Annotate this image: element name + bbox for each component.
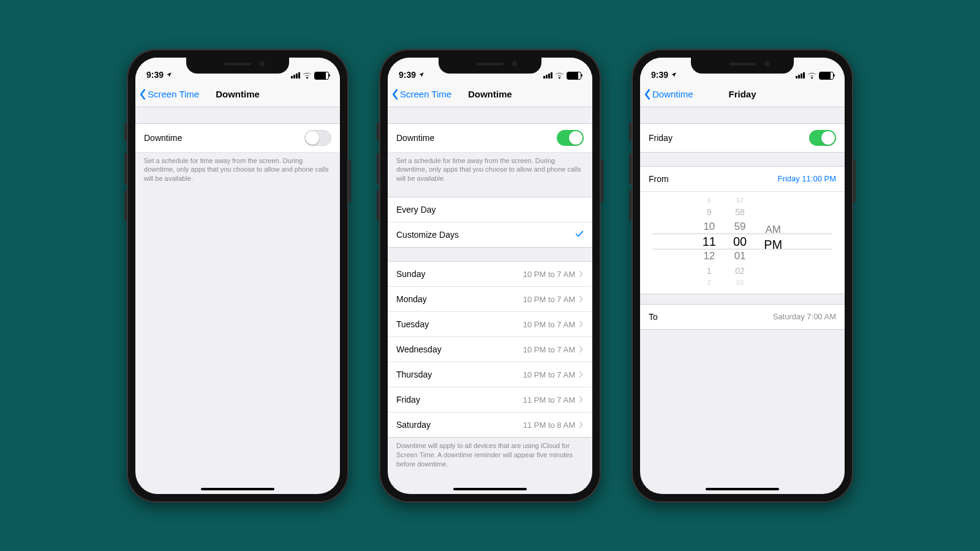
location-icon bbox=[671, 72, 677, 78]
nav-bar: Screen Time Downtime bbox=[135, 82, 340, 107]
checkmark-icon bbox=[575, 230, 584, 240]
back-label: Downtime bbox=[652, 89, 693, 99]
back-label: Screen Time bbox=[400, 89, 451, 99]
chevron-left-icon bbox=[391, 89, 399, 100]
back-button[interactable]: Downtime bbox=[644, 89, 693, 100]
wifi-icon bbox=[303, 72, 312, 79]
picker-option[interactable]: 03 bbox=[736, 278, 744, 287]
notch bbox=[439, 58, 541, 74]
day-time: 10 PM to 7 AM bbox=[523, 270, 584, 279]
to-label: To bbox=[649, 312, 658, 322]
wifi-icon bbox=[555, 72, 564, 79]
day-time: 10 PM to 7 AM bbox=[523, 370, 584, 379]
picker-option[interactable]: 58 bbox=[735, 205, 745, 219]
day-name: Monday bbox=[396, 294, 427, 304]
downtime-footer: Set a schedule for time away from the sc… bbox=[135, 153, 340, 188]
home-indicator[interactable] bbox=[201, 488, 274, 490]
chevron-left-icon bbox=[139, 89, 146, 100]
day-row-monday[interactable]: Monday10 PM to 7 AM bbox=[388, 287, 592, 312]
picker-option[interactable]: 02 bbox=[735, 264, 745, 278]
day-row-tuesday[interactable]: Tuesday10 PM to 7 AM bbox=[388, 312, 592, 337]
day-time: 10 PM to 7 AM bbox=[523, 295, 584, 304]
day-row-saturday[interactable]: Saturday11 PM to 8 AM bbox=[388, 412, 592, 438]
customize-days-label: Customize Days bbox=[396, 230, 459, 240]
home-indicator[interactable] bbox=[453, 488, 527, 490]
home-indicator[interactable] bbox=[706, 488, 779, 490]
chevron-right-icon bbox=[579, 421, 584, 428]
friday-toggle-row[interactable]: Friday bbox=[640, 123, 845, 153]
day-time: 10 PM to 7 AM bbox=[523, 320, 584, 329]
picker-option[interactable]: 12 bbox=[703, 249, 715, 264]
back-button[interactable]: Screen Time bbox=[139, 89, 199, 100]
downtime-toggle-on[interactable] bbox=[557, 130, 584, 146]
customize-days-row[interactable]: Customize Days bbox=[388, 222, 592, 248]
day-row-friday[interactable]: Friday11 PM to 7 AM bbox=[388, 387, 592, 412]
signal-icon bbox=[291, 72, 300, 78]
chevron-right-icon bbox=[579, 295, 584, 303]
nav-bar: Downtime Friday bbox=[640, 82, 845, 107]
battery-icon bbox=[567, 72, 581, 80]
back-label: Screen Time bbox=[148, 89, 199, 99]
downtime-footer: Set a schedule for time away from the sc… bbox=[388, 153, 592, 188]
chevron-right-icon bbox=[579, 270, 584, 278]
downtime-toggle-row[interactable]: Downtime bbox=[388, 123, 592, 153]
day-name: Tuesday bbox=[396, 319, 429, 329]
phone-3: 9:39 Downtime Friday Friday bbox=[631, 49, 853, 503]
from-value: Friday 11:00 PM bbox=[778, 174, 836, 183]
day-name: Thursday bbox=[396, 370, 432, 379]
picker-option[interactable]: 59 bbox=[734, 219, 746, 234]
phone-2: 9:39 Screen Time Downtime Downtime bbox=[379, 49, 601, 503]
notch bbox=[186, 58, 289, 74]
day-time: 11 PM to 7 AM bbox=[523, 395, 584, 405]
downtime-label: Downtime bbox=[396, 133, 434, 143]
day-row-sunday[interactable]: Sunday10 PM to 7 AM bbox=[388, 261, 592, 287]
from-label: From bbox=[649, 174, 669, 184]
picker-option[interactable]: 00 bbox=[733, 234, 747, 249]
day-time: 11 PM to 8 AM bbox=[523, 420, 584, 430]
friday-toggle[interactable] bbox=[809, 130, 836, 146]
battery-icon bbox=[314, 72, 329, 80]
picker-option[interactable]: 57 bbox=[736, 196, 744, 205]
location-icon bbox=[166, 72, 172, 78]
back-button[interactable]: Screen Time bbox=[391, 89, 451, 100]
chevron-right-icon bbox=[579, 321, 584, 328]
nav-bar: Screen Time Downtime bbox=[388, 82, 592, 107]
downtime-footer-2: Downtime will apply to all devices that … bbox=[388, 438, 592, 473]
status-time: 9:39 bbox=[651, 70, 668, 80]
picker-option[interactable]: 11 bbox=[703, 234, 716, 249]
downtime-toggle-row[interactable]: Downtime bbox=[135, 123, 340, 153]
chevron-left-icon bbox=[644, 89, 651, 100]
signal-icon bbox=[796, 72, 805, 78]
downtime-toggle-off[interactable] bbox=[304, 130, 331, 146]
nav-title: Friday bbox=[728, 89, 756, 99]
picker-option[interactable]: AM bbox=[766, 222, 782, 237]
picker-option[interactable]: 01 bbox=[734, 249, 746, 264]
to-value: Saturday 7:00 AM bbox=[773, 312, 836, 321]
from-row[interactable]: From Friday 11:00 PM bbox=[640, 166, 845, 192]
downtime-label: Downtime bbox=[144, 133, 182, 143]
location-icon bbox=[418, 72, 424, 78]
chevron-right-icon bbox=[579, 371, 584, 378]
day-time: 10 PM to 7 AM bbox=[523, 345, 584, 354]
to-row[interactable]: To Saturday 7:00 AM bbox=[640, 304, 845, 330]
time-picker[interactable]: 8910111212 57585900010203 AMPM bbox=[640, 192, 845, 294]
day-name: Sunday bbox=[396, 269, 425, 279]
chevron-right-icon bbox=[579, 346, 584, 353]
day-name: Friday bbox=[396, 395, 420, 405]
picker-option[interactable]: 8 bbox=[707, 196, 711, 205]
day-row-thursday[interactable]: Thursday10 PM to 7 AM bbox=[388, 362, 592, 387]
day-row-wednesday[interactable]: Wednesday10 PM to 7 AM bbox=[388, 337, 592, 362]
nav-title: Downtime bbox=[468, 89, 512, 99]
picker-option[interactable]: 2 bbox=[707, 278, 711, 287]
picker-option[interactable]: 10 bbox=[703, 219, 715, 234]
day-name: Saturday bbox=[396, 420, 431, 430]
picker-option[interactable]: 9 bbox=[707, 205, 712, 219]
friday-label: Friday bbox=[649, 133, 673, 143]
status-time: 9:39 bbox=[146, 70, 164, 80]
picker-option[interactable]: 1 bbox=[707, 264, 712, 278]
picker-option[interactable]: PM bbox=[764, 237, 782, 252]
every-day-row[interactable]: Every Day bbox=[388, 197, 592, 222]
battery-icon bbox=[819, 72, 834, 80]
status-time: 9:39 bbox=[399, 70, 416, 80]
every-day-label: Every Day bbox=[396, 205, 436, 215]
